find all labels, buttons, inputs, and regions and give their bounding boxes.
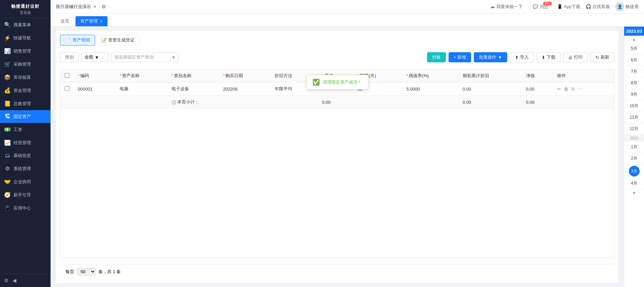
sidebar-item-sales[interactable]: 📊 销售管理 [0,44,51,58]
sidebar-item-base-info[interactable]: 🗂 基础信息 [0,149,51,162]
sidebar-item-operations[interactable]: 📈 经营管理 [0,136,51,149]
th-purchase-date: *购买日期 [219,69,271,83]
experience-btn[interactable]: ☁ 我要体验一下 [490,4,523,10]
delete-icon[interactable]: 🗑 [564,86,569,92]
sidebar-item-label: 企业协同 [13,179,31,185]
toolbar: 类别 全部 ▼ 请选择固定资产类别 ▼ 对账 [60,52,614,62]
sidebar-item-search[interactable]: 🔍 搜索菜单 [0,18,51,31]
enterprise-icon: 🤝 [4,179,11,185]
calendar-year-2023: 2023 [624,135,644,141]
calendar-scroll[interactable]: ▲ 5月 6月 7月 8月 9月 10月 11月 12月 2023 1月 2月 … [624,36,644,287]
import-button[interactable]: ⬆ 导入 [510,52,534,62]
topbar-gear-icon[interactable]: ⚙ [101,4,106,10]
sidebar-item-quick-nav[interactable]: ⚡ 快捷导航 [0,31,51,44]
subtabs: 📄 资产明细 📝 变更生成凭证 [60,35,614,45]
sidebar-item-enterprise[interactable]: 🤝 企业协同 [0,175,51,188]
message-badge: 99+ [543,2,552,5]
calendar-month-7[interactable]: 7月 [624,66,644,77]
refresh-button[interactable]: ↻ 刷新 [590,52,614,62]
calendar-up-icon[interactable]: ▲ [624,36,644,43]
inventory-icon: 📦 [4,74,11,81]
company-name: 医疗器械行业演示 [56,4,91,10]
select-all-checkbox[interactable] [65,73,69,78]
guide-icon: 🧭 [4,192,11,198]
row-code: 000001 [74,83,116,96]
sidebar-item-funds[interactable]: 💰 资金管理 [0,84,51,97]
th-residual-rate: *残值率(%) [402,69,459,83]
calendar-down-icon[interactable]: ▼ [624,189,644,197]
download-button[interactable]: ⬇ 下载 [536,52,560,62]
page-wrapper: 📄 资产明细 📝 变更生成凭证 类别 全部 [56,31,618,283]
change-voucher-icon: 📝 [101,37,106,43]
search-icon: 🔍 [4,22,11,28]
sidebar-item-app-center[interactable]: 📱 应用中心 [0,201,51,215]
calendar-month-9[interactable]: 9月 [624,89,644,100]
sidebar-item-salary[interactable]: 💵 工资 [0,123,51,136]
sidebar-item-label: 系统管理 [13,166,31,172]
success-toast: ✅ 清理固定资产成功！ [306,75,368,90]
online-service-btn[interactable]: 🎧 在线客服 [586,4,610,10]
sidebar-item-guide[interactable]: 🧭 新手引导 [0,188,51,201]
new-button[interactable]: + 新增 [449,52,471,62]
calendar-month-11[interactable]: 11月 [624,112,644,123]
sidebar-item-inventory[interactable]: 📦 库存核算 [0,71,51,84]
calendar-month-10[interactable]: 10月 [624,100,644,112]
sidebar-item-system[interactable]: ⚙ 系统管理 [0,162,51,175]
copy-icon[interactable]: ⧉ [571,86,575,92]
batch-ops-button[interactable]: 批量操作 ▼ [474,52,507,62]
online-service-label: 在线客服 [592,4,610,10]
calendar-month-2[interactable]: 2月 [624,153,644,164]
reconcile-button[interactable]: 对账 [427,52,446,62]
toolbar-left: 类别 全部 ▼ 请选择固定资产类别 ▼ [60,52,179,62]
print-button[interactable]: 🖨 打印 [563,52,588,62]
batch-ops-arrow: ▼ [498,55,502,60]
message-btn[interactable]: 💬 消息 99+ [533,4,548,10]
tab-close-icon[interactable]: ✕ [100,19,103,24]
tab-home[interactable]: 首页 [56,16,74,26]
row-net-value: 0.00 [522,83,553,96]
download-icon: ⬇ [542,55,545,60]
online-service-icon: 🎧 [586,4,591,9]
per-page-select[interactable]: 50 10 20 100 [77,268,96,276]
sidebar-item-ledger[interactable]: 📒 总账管理 [0,97,51,110]
pagination-row: 每页 50 10 20 100 条，共 1 条 [60,264,614,279]
settings-icon[interactable]: ⚙ [4,278,8,284]
row-checkbox-cell [60,83,74,96]
calendar-month-6[interactable]: 6月 [624,55,644,66]
sidebar-logo: 畅捷通好业财 普及版 [0,0,51,18]
subtab-asset-detail[interactable]: 📄 资产明细 [60,35,95,45]
user-menu[interactable]: 👤 畅捷通 [615,2,639,11]
th-actions: 操作 [553,69,614,83]
app-download-btn[interactable]: 📱 App下载 [557,4,580,10]
sidebar-item-label: 销售管理 [13,48,31,54]
more-icon[interactable]: ⋯ [577,86,582,92]
calendar-month-12[interactable]: 12月 [624,123,644,135]
asset-category-select[interactable]: 请选择固定资产类别 ▼ [111,53,179,62]
tab-asset-mgmt[interactable]: 资产管理 ✕ [75,16,108,26]
subtotal-label: 📋 本页小计： [167,96,318,109]
company-selector[interactable]: 医疗器械行业演示 ▼ [56,4,97,10]
calendar-month-1[interactable]: 1月 [624,141,644,153]
subtab-change-voucher[interactable]: 📝 变更生成凭证 [96,35,140,45]
calendar-month-3[interactable]: 3月 [629,166,640,177]
row-checkbox[interactable] [65,86,69,91]
content-main: 📄 资产明细 📝 变更生成凭证 类别 全部 [51,27,624,287]
sidebar-bottom: ⚙ ◀ [0,274,51,287]
category-select[interactable]: 全部 ▼ [82,53,109,62]
topbar: 医疗器械行业演示 ▼ ⚙ ☁ 我要体验一下 💬 消息 99+ 📱 App下载 🎧… [51,0,644,13]
sidebar-item-purchase[interactable]: 🛒 采购管理 [0,58,51,71]
import-icon: ⬆ [515,55,519,60]
content-area: 📄 资产明细 📝 变更生成凭证 类别 全部 [51,27,644,287]
calendar-month-8[interactable]: 8月 [624,77,644,89]
toolbar-right: 对账 + 新增 批量操作 ▼ ⬆ 导入 [427,52,614,62]
calendar-year-label: 2023.03 [626,29,642,34]
subtab-change-voucher-label: 变更生成凭证 [108,37,134,43]
edit-icon[interactable]: ✏ [557,86,561,92]
sidebar-item-fixed-assets[interactable]: 🏗 固定资产 [0,110,51,123]
asset-category-arrow: ▼ [171,55,176,60]
calendar-month-4[interactable]: 4月 [624,178,644,189]
row-purchase-date: 202206 [219,83,271,96]
collapse-icon[interactable]: ◀ [12,278,17,284]
avatar: 👤 [615,2,624,11]
calendar-month-5[interactable]: 5月 [624,43,644,55]
